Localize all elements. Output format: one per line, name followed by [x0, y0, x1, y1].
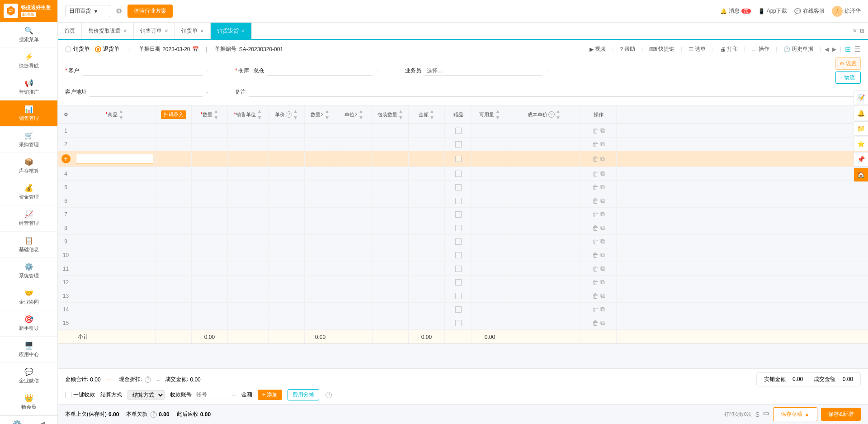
row9-pack[interactable] [373, 235, 409, 248]
row9-product[interactable] [74, 235, 156, 248]
row9-delete-icon[interactable]: 🗑 [592, 238, 599, 245]
grid-view-icon[interactable]: ⊞ [845, 45, 851, 53]
row8-avail[interactable] [472, 221, 508, 234]
row8-cost[interactable] [508, 221, 580, 234]
row1-avail[interactable] [472, 124, 508, 137]
row13-delete-icon[interactable]: 🗑 [592, 292, 599, 300]
sort-unit2[interactable]: ▲▼ [359, 108, 364, 121]
one-click-checkbox[interactable] [65, 392, 71, 398]
row1-delete-icon[interactable]: 🗑 [592, 127, 599, 134]
row15-unit2[interactable] [336, 316, 373, 329]
row2-avail[interactable] [472, 138, 508, 151]
row13-avail[interactable] [472, 289, 508, 302]
sidebar-item-sales[interactable]: 📊 销售管理 [0, 100, 57, 127]
fee-info-icon[interactable]: ? [326, 392, 332, 398]
row15-cost[interactable] [508, 316, 580, 329]
row9-copy-icon[interactable]: ⧉ [600, 238, 605, 245]
row15-product[interactable] [74, 316, 156, 329]
row7-unit[interactable] [228, 208, 269, 221]
row9-price[interactable] [269, 235, 305, 248]
row3-copy-icon[interactable]: ⧉ [600, 155, 605, 163]
sort-amount[interactable]: ▲▼ [429, 108, 435, 121]
row13-gift-checkbox[interactable] [455, 293, 462, 299]
row9-cost[interactable] [508, 235, 580, 248]
row13-price[interactable] [269, 289, 305, 302]
row15-pack[interactable] [373, 316, 409, 329]
row6-qty2[interactable] [305, 194, 336, 207]
remark-input[interactable] [249, 87, 861, 97]
tab-close-price-extract[interactable]: ✕ [123, 29, 127, 33]
tab-price-extract[interactable]: 售价提取设置 ✕ [82, 23, 134, 39]
tab-close-sales-return[interactable]: ✕ [241, 29, 245, 33]
sidebar-item-basic-info[interactable]: 📋 基础信息 [0, 232, 57, 258]
radio-sales-delivery[interactable]: 销货单 [65, 45, 90, 53]
row5-cost[interactable] [508, 181, 580, 194]
logistics-btn[interactable]: + 物流 [835, 71, 861, 84]
select-btn[interactable]: ☰ 选单 [686, 44, 708, 54]
row11-gift-checkbox[interactable] [455, 266, 462, 272]
row12-avail[interactable] [472, 276, 508, 289]
row2-gift-checkbox[interactable] [455, 141, 462, 148]
row13-unit[interactable] [228, 289, 269, 302]
row9-amount[interactable] [409, 235, 445, 248]
row10-qty2[interactable] [305, 248, 336, 262]
row4-unit2[interactable] [336, 167, 373, 180]
row7-amount[interactable] [409, 208, 445, 221]
row11-gift[interactable] [445, 262, 472, 275]
row15-gift[interactable] [445, 316, 472, 329]
row10-qty[interactable] [192, 248, 228, 262]
row11-qty2[interactable] [305, 262, 336, 275]
row12-price[interactable] [269, 276, 305, 289]
sidebar-item-inventory[interactable]: 📦 库存核算 [0, 153, 57, 179]
row14-delete-icon[interactable]: 🗑 [592, 306, 599, 313]
row3-unit[interactable] [228, 151, 269, 167]
row13-gift[interactable] [445, 289, 472, 302]
row10-copy-icon[interactable]: ⧉ [600, 251, 605, 259]
settlement-select[interactable]: 结算方式 [127, 390, 165, 400]
row12-product[interactable] [74, 276, 156, 289]
sidebar-item-marketing[interactable]: 📢 营销推广 [0, 74, 57, 100]
row14-product[interactable] [74, 303, 156, 316]
sidebar-item-member[interactable]: 👑 畅会员 [0, 389, 57, 415]
row15-qty2[interactable] [305, 316, 336, 329]
row6-unit2[interactable] [336, 194, 373, 207]
row5-pack[interactable] [373, 181, 409, 194]
row8-gift-checkbox[interactable] [455, 225, 462, 231]
row8-price[interactable] [269, 221, 305, 234]
row11-product[interactable] [74, 262, 156, 275]
sort-price[interactable]: ▲▼ [293, 108, 298, 121]
row8-unit[interactable] [228, 221, 269, 234]
row3-add[interactable]: + [58, 151, 74, 167]
row2-unit[interactable] [228, 138, 269, 151]
row6-gift[interactable] [445, 194, 472, 207]
row4-price[interactable] [269, 167, 305, 180]
row15-copy-icon[interactable]: ⧉ [600, 319, 605, 327]
row4-pack[interactable] [373, 167, 409, 180]
video-btn[interactable]: ▶ 视频 [587, 44, 609, 54]
row15-avail[interactable] [472, 316, 508, 329]
row7-price[interactable] [269, 208, 305, 221]
row14-unit[interactable] [228, 303, 269, 316]
row12-pack[interactable] [373, 276, 409, 289]
row12-unit[interactable] [228, 276, 269, 289]
sort-unit[interactable]: ▲▼ [257, 108, 262, 121]
account-dots[interactable]: ··· [231, 392, 236, 398]
row7-copy-icon[interactable]: ⧉ [600, 210, 605, 218]
sidebar-item-quicknav[interactable]: ⚡ 快捷导航 [0, 48, 57, 74]
messages-btn[interactable]: 🔔 消息 70 [720, 7, 751, 15]
row15-unit[interactable] [228, 316, 269, 329]
row12-qty2[interactable] [305, 276, 336, 289]
row14-copy-icon[interactable]: ⧉ [600, 305, 605, 313]
save-new-btn[interactable]: 保存&新增 [821, 408, 861, 421]
right-sidebar-star[interactable]: ⭐ [854, 137, 868, 151]
row10-gift-checkbox[interactable] [455, 252, 462, 258]
row6-gift-checkbox[interactable] [455, 198, 462, 204]
radio-sales-return[interactable]: 退货单 [95, 45, 119, 53]
row2-qty[interactable] [192, 138, 228, 151]
row5-gift-checkbox[interactable] [455, 184, 462, 191]
row7-cost[interactable] [508, 208, 580, 221]
row7-unit2[interactable] [336, 208, 373, 221]
row10-gift[interactable] [445, 248, 472, 262]
add-row-button[interactable]: + [61, 154, 71, 163]
row15-gift-checkbox[interactable] [455, 320, 462, 326]
